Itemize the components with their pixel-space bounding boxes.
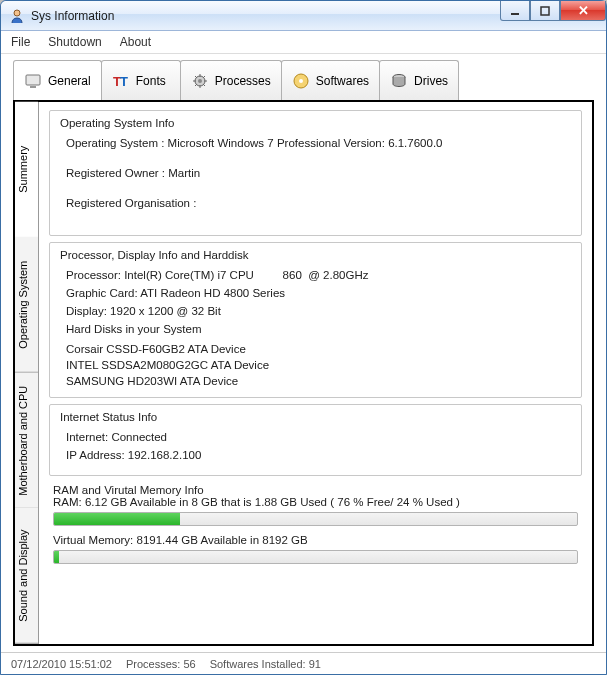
svg-point-10 xyxy=(299,79,303,83)
os-info-heading: Operating System Info xyxy=(60,117,571,129)
hw-info-heading: Processor, Display Info and Harddisk xyxy=(60,249,571,261)
hd-item: SAMSUNG HD203WI ATA Device xyxy=(66,373,571,389)
menu-about[interactable]: About xyxy=(120,35,151,49)
menu-shutdown[interactable]: Shutdown xyxy=(48,35,101,49)
tab-processes[interactable]: Processes xyxy=(180,60,282,100)
fonts-icon: TT xyxy=(112,72,130,90)
app-icon xyxy=(9,8,25,24)
general-icon xyxy=(24,72,42,90)
status-processes: Processes: 56 xyxy=(126,658,196,670)
vm-progress-bar xyxy=(54,551,59,563)
window-title: Sys Information xyxy=(31,9,114,23)
side-tab-summery[interactable]: Summery xyxy=(15,102,38,237)
cpu-value: Processor: Intel(R) Core(TM) i7 CPU 860 … xyxy=(66,269,571,281)
gpu-value: Graphic Card: ATI Radeon HD 4800 Series xyxy=(66,287,571,299)
titlebar[interactable]: Sys Information ✕ xyxy=(1,1,606,31)
side-tabs: Summery Operating System Motherboard and… xyxy=(15,102,39,644)
os-info-section: Operating System Info Operating System :… xyxy=(49,110,582,236)
net-ip: IP Address: 192.168.2.100 xyxy=(66,449,571,461)
content-area: Summery Operating System Motherboard and… xyxy=(13,100,594,646)
svg-rect-1 xyxy=(511,13,519,15)
app-window: Sys Information ✕ File Shutdown About Ge… xyxy=(0,0,607,675)
display-value: Display: 1920 x 1200 @ 32 Bit xyxy=(66,305,571,317)
status-softwares: Softwares Installed: 91 xyxy=(210,658,321,670)
tab-fonts[interactable]: TT Fonts xyxy=(101,60,181,100)
org-value: Registered Organisation : xyxy=(66,197,571,209)
status-datetime: 07/12/2010 15:51:02 xyxy=(11,658,112,670)
side-tab-sound[interactable]: Sound and Display xyxy=(15,508,38,644)
tab-general-label: General xyxy=(48,74,91,88)
summary-panel: Operating System Info Operating System :… xyxy=(39,102,592,644)
statusbar: 07/12/2010 15:51:02 Processes: 56 Softwa… xyxy=(1,652,606,674)
vm-progress xyxy=(53,550,578,564)
net-info-heading: Internet Status Info xyxy=(60,411,571,423)
processes-icon xyxy=(191,72,209,90)
menubar: File Shutdown About xyxy=(1,31,606,54)
tab-general[interactable]: General xyxy=(13,60,102,100)
ram-value: RAM: 6.12 GB Available in 8 GB that is 1… xyxy=(53,496,578,508)
menu-file[interactable]: File xyxy=(11,35,30,49)
tab-drives-label: Drives xyxy=(414,74,448,88)
softwares-icon xyxy=(292,72,310,90)
svg-rect-4 xyxy=(30,86,36,88)
net-status: Internet: Connected xyxy=(66,431,571,443)
svg-point-0 xyxy=(14,10,20,16)
owner-value: Registered Owner : Martin xyxy=(66,167,571,179)
mem-heading: RAM and Virutal Memory Info xyxy=(53,484,578,496)
svg-rect-3 xyxy=(26,75,40,85)
vm-value: Virtual Memory: 8191.44 GB Available in … xyxy=(53,534,578,546)
maximize-button[interactable] xyxy=(530,1,560,21)
side-tab-mobo[interactable]: Motherboard and CPU xyxy=(15,373,38,509)
svg-point-8 xyxy=(198,79,202,83)
tab-softwares-label: Softwares xyxy=(316,74,369,88)
close-button[interactable]: ✕ xyxy=(560,1,606,21)
svg-rect-2 xyxy=(541,7,549,15)
hd-heading: Hard Disks in your System xyxy=(66,323,571,335)
os-value: Operating System : Microsoft Windows 7 P… xyxy=(66,137,571,149)
window-controls: ✕ xyxy=(500,1,606,21)
hd-list: Corsair CSSD-F60GB2 ATA Device INTEL SSD… xyxy=(66,341,571,389)
net-info-section: Internet Status Info Internet: Connected… xyxy=(49,404,582,476)
tab-processes-label: Processes xyxy=(215,74,271,88)
toolbar: General TT Fonts Processes Softwares Dri… xyxy=(1,54,606,100)
drives-icon xyxy=(390,72,408,90)
side-tab-os[interactable]: Operating System xyxy=(15,237,38,373)
hd-item: INTEL SSDSA2M080G2GC ATA Device xyxy=(66,357,571,373)
svg-text:T: T xyxy=(120,74,128,89)
hw-info-section: Processor, Display Info and Harddisk Pro… xyxy=(49,242,582,398)
tab-softwares[interactable]: Softwares xyxy=(281,60,380,100)
minimize-button[interactable] xyxy=(500,1,530,21)
tab-drives[interactable]: Drives xyxy=(379,60,459,100)
ram-progress-bar xyxy=(54,513,180,525)
tab-fonts-label: Fonts xyxy=(136,74,166,88)
ram-progress xyxy=(53,512,578,526)
hd-item: Corsair CSSD-F60GB2 ATA Device xyxy=(66,341,571,357)
mem-info-section: RAM and Virutal Memory Info RAM: 6.12 GB… xyxy=(49,482,582,574)
